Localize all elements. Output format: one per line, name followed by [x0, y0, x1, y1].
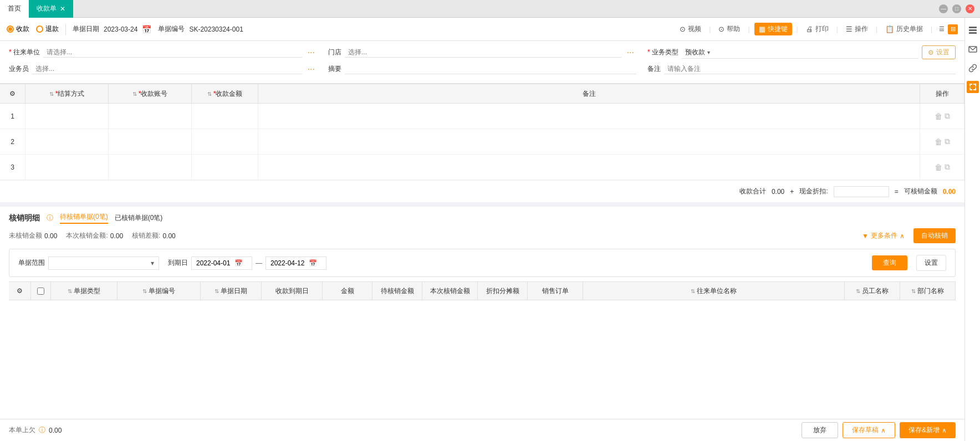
auto-verify-button[interactable]: 自动核销 — [913, 228, 956, 243]
sub-th-check[interactable] — [31, 282, 51, 300]
table-row: 3 🗑 ⧉ — [0, 155, 964, 180]
help-button[interactable]: ⊙ 帮助 — [715, 23, 743, 35]
verify-info-icon[interactable]: ⓘ — [47, 213, 53, 223]
range-arrow-icon: ▾ — [151, 259, 154, 267]
row2-settle[interactable] — [25, 129, 109, 154]
layout-grid-icon[interactable]: ⊞ — [948, 24, 958, 34]
th-op: 操作 — [920, 84, 964, 103]
print-button[interactable]: 🖨 打印 — [803, 23, 832, 35]
verify-section: 核销明细 ⓘ 待核销单据(0笔) 已核销单据(0笔) 未核销金额 0.00 本次… — [0, 207, 964, 419]
th-gear[interactable]: ⚙ — [0, 84, 25, 103]
row2-delete-icon[interactable]: 🗑 — [935, 137, 942, 146]
radio-refund-label: 退款 — [45, 24, 59, 34]
more-conditions-button[interactable]: ▼ 更多条件 ∧ — [862, 231, 905, 240]
staff-input[interactable] — [32, 64, 302, 74]
video-button[interactable]: ⊙ 视频 — [676, 23, 705, 35]
history-button[interactable]: 📋 历史单据 — [882, 23, 926, 35]
row3-amount[interactable] — [192, 155, 258, 180]
sub-th-from: ⇅ 往来单位名称 — [583, 282, 845, 300]
sidebar-link-icon[interactable] — [967, 62, 979, 74]
tab-home[interactable]: 首页 — [0, 0, 29, 18]
verify-stats: 未核销金额 0.00 本次核销金额: 0.00 核销差额: 0.00 ▼ 更多条… — [9, 228, 956, 243]
operation-button[interactable]: ☰ 操作 — [843, 23, 871, 35]
row1-settle[interactable] — [25, 104, 109, 129]
section-divider — [0, 202, 964, 207]
date-start-input[interactable]: 2022-04-01 📅 — [191, 257, 252, 270]
save-new-button[interactable]: 保存&新增 ∧ — [900, 422, 956, 438]
row3-account[interactable] — [109, 155, 192, 180]
sidebar-table-icon[interactable] — [967, 24, 979, 37]
layout-toggle: ☰ ⊞ — [937, 24, 958, 34]
window-controls: — □ ✕ — [939, 4, 980, 13]
store-input[interactable] — [345, 47, 621, 58]
row3-op: 🗑 ⧉ — [920, 155, 964, 180]
biz-type-select[interactable]: 预收款 ▾ — [682, 47, 918, 59]
row2-account[interactable] — [109, 129, 192, 154]
prev-info-icon[interactable]: ⓘ — [39, 425, 45, 435]
toolbar-divider — [65, 24, 66, 35]
remark-input[interactable] — [664, 64, 956, 74]
sort-icon: ⇅ — [207, 91, 212, 97]
help-icon: ⊙ — [718, 25, 724, 33]
shortcut-button[interactable]: ▦ 快捷键 — [754, 23, 792, 35]
row2-amount[interactable] — [192, 129, 258, 154]
form-row-1: * 往来单位 ··· 门店 ··· * 业务类型 预收款 ▾ — [9, 45, 956, 59]
receipt-refund-toggle: 收款 退款 — [7, 24, 59, 34]
unverified-amount: 未核销金额 0.00 — [9, 231, 57, 240]
counterparty-input[interactable] — [43, 47, 302, 58]
date-end-input[interactable]: 2022-04-12 📅 — [266, 257, 326, 270]
radio-receipt[interactable]: 收款 — [7, 24, 29, 34]
query-button[interactable]: 查询 — [872, 255, 907, 270]
sort-icon: ⇅ — [49, 91, 54, 97]
sidebar-mail-icon[interactable] — [967, 43, 979, 55]
tab-pending-verify[interactable]: 待核销单据(0笔) — [60, 212, 108, 224]
row1-account[interactable] — [109, 104, 192, 129]
row3-settle[interactable] — [25, 155, 109, 180]
video-label: 视频 — [688, 24, 701, 34]
tab-done-verify[interactable]: 已核销单据(0笔) — [115, 213, 163, 223]
help-label: 帮助 — [727, 24, 740, 34]
row3-remark[interactable] — [258, 155, 920, 180]
row1-copy-icon[interactable]: ⧉ — [945, 111, 950, 121]
unverified-label: 未核销金额 — [9, 231, 42, 240]
save-draft-button[interactable]: 保存草稿 ∧ — [843, 422, 895, 438]
table-header: ⚙ ⇅ * 结算方式 ⇅ * 收款账号 ⇅ * 收款金额 备注 操作 — [0, 84, 964, 104]
sidebar-expand-icon[interactable] — [967, 81, 979, 93]
range-select[interactable]: ▾ — [48, 257, 159, 270]
sort-icon: ⇅ — [132, 91, 137, 97]
store-more-button[interactable]: ··· — [625, 48, 636, 58]
form-settings-button[interactable]: ⚙ 设置 — [922, 45, 956, 59]
biz-type-field: * 业务类型 预收款 ▾ ⚙ 设置 — [647, 45, 956, 59]
window-minimize-button[interactable]: — — [939, 4, 948, 13]
filter-icon: ▼ — [862, 232, 869, 240]
row2-remark[interactable] — [258, 129, 920, 154]
shortcut-label: 快捷键 — [768, 24, 788, 34]
sub-th-gear[interactable]: ⚙ — [9, 282, 31, 300]
query-settings-button[interactable]: 设置 — [916, 255, 946, 271]
row3-delete-icon[interactable]: 🗑 — [935, 163, 942, 172]
row1-remark[interactable] — [258, 104, 920, 129]
counterparty-more-button[interactable]: ··· — [305, 48, 317, 58]
tab-close-icon[interactable]: ✕ — [60, 5, 65, 13]
window-close-button[interactable]: ✕ — [966, 4, 974, 13]
row1-amount[interactable] — [192, 104, 258, 129]
row1-delete-icon[interactable]: 🗑 — [935, 112, 942, 121]
cash-discount-input[interactable] — [834, 186, 889, 197]
radio-refund[interactable]: 退款 — [36, 24, 59, 34]
row2-copy-icon[interactable]: ⧉ — [945, 137, 950, 146]
range-field: 单据范围 ▾ — [18, 257, 159, 270]
table-row: 2 🗑 ⧉ — [0, 129, 964, 155]
staff-more-button[interactable]: ··· — [305, 64, 317, 74]
sub-check-all[interactable] — [37, 288, 44, 295]
calendar-icon[interactable]: 📅 — [142, 25, 151, 34]
layout-list-icon[interactable]: ☰ — [937, 24, 947, 34]
form-area: * 往来单位 ··· 门店 ··· * 业务类型 预收款 ▾ — [0, 41, 964, 84]
window-maximize-button[interactable]: □ — [952, 4, 961, 13]
row3-num: 3 — [0, 155, 25, 180]
row3-copy-icon[interactable]: ⧉ — [945, 162, 950, 172]
th-remark: 备注 — [258, 84, 920, 103]
tab-receipt[interactable]: 收款单 ✕ — [29, 0, 73, 18]
top-toolbar: 收款 退款 单据日期 2023-03-24 📅 单据编号 SK-20230324… — [0, 18, 964, 41]
summary-input[interactable] — [345, 64, 636, 74]
abandon-button[interactable]: 放弃 — [802, 422, 838, 438]
